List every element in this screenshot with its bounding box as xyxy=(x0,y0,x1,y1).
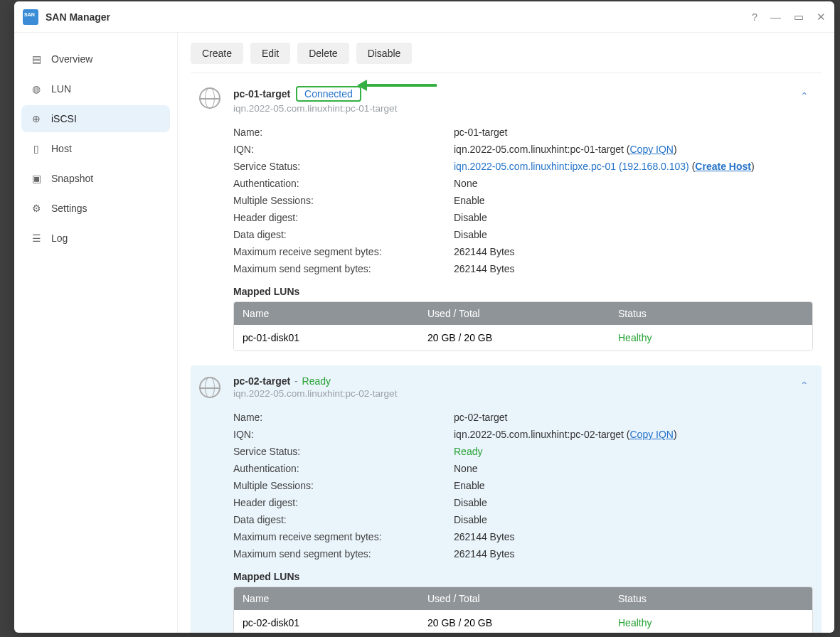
sidebar-item-snapshot[interactable]: ▣ Snapshot xyxy=(21,165,170,192)
target-panel: pc-01-target Connected iqn.2022-05.com.l… xyxy=(191,76,822,363)
dashboard-icon: ▤ xyxy=(30,53,43,65)
service-ip: (192.168.0.103) xyxy=(619,161,689,172)
mapped-luns-heading: Mapped LUNs xyxy=(233,286,813,297)
help-icon[interactable]: ? xyxy=(752,11,757,23)
lun-status: Healthy xyxy=(618,332,804,343)
sidebar-item-label: LUN xyxy=(51,83,71,95)
host-icon: ▯ xyxy=(30,142,43,155)
collapse-toggle[interactable]: ⌃ xyxy=(796,380,813,391)
camera-icon: ▣ xyxy=(30,172,43,185)
sidebar-item-settings[interactable]: ⚙ Settings xyxy=(21,195,170,222)
status-badge: Connected xyxy=(296,86,361,102)
value-max-recv: 262144 Bytes xyxy=(454,246,813,257)
col-name: Name xyxy=(243,593,427,604)
sidebar-item-label: Overview xyxy=(51,53,92,65)
label-sessions: Multiple Sessions: xyxy=(233,480,454,491)
target-iqn-sub: iqn.2022-05.com.linuxhint:pc-02-target xyxy=(233,388,796,399)
lun-table: Name Used / Total Status pc-02-disk01 20… xyxy=(233,587,813,633)
label-name: Name: xyxy=(233,127,454,138)
sidebar-item-label: Log xyxy=(51,232,68,244)
mapped-luns-heading: Mapped LUNs xyxy=(233,571,813,582)
value-service: Ready xyxy=(454,446,813,457)
label-sessions: Multiple Sessions: xyxy=(233,195,454,206)
value-sessions: Enable xyxy=(454,480,813,491)
minimize-icon[interactable]: — xyxy=(770,11,781,23)
target-iqn-sub: iqn.2022-05.com.linuxhint:pc-01-target xyxy=(233,103,796,114)
sidebar-item-iscsi[interactable]: ⊕ iSCSI xyxy=(21,105,170,132)
label-max-send: Maximum send segment bytes: xyxy=(233,263,454,274)
sidebar-item-label: Host xyxy=(51,143,72,154)
lun-used: 20 GB / 20 GB xyxy=(427,332,618,343)
col-name: Name xyxy=(243,308,427,319)
globe-icon xyxy=(199,87,220,109)
value-auth: None xyxy=(454,178,813,189)
sidebar-item-log[interactable]: ☰ Log xyxy=(21,225,170,252)
create-button[interactable]: Create xyxy=(191,43,243,64)
list-icon: ☰ xyxy=(30,232,43,245)
globe-icon: ⊕ xyxy=(30,112,43,125)
value-header-digest: Disable xyxy=(454,497,813,508)
gear-icon: ⚙ xyxy=(30,202,43,215)
value-data-digest: Disable xyxy=(454,229,813,240)
label-max-recv: Maximum receive segment bytes: xyxy=(233,531,454,542)
label-service: Service Status: xyxy=(233,161,454,172)
sidebar-item-label: Settings xyxy=(51,203,87,214)
create-host-link[interactable]: Create Host xyxy=(695,161,751,172)
globe-icon xyxy=(199,377,220,398)
lun-name: pc-01-disk01 xyxy=(243,332,427,343)
edit-button[interactable]: Edit xyxy=(250,43,290,64)
sidebar-item-lun[interactable]: ◍ LUN xyxy=(21,75,170,102)
label-iqn: IQN: xyxy=(233,429,454,440)
label-data-digest: Data digest: xyxy=(233,514,454,525)
label-iqn: IQN: xyxy=(233,144,454,155)
copy-iqn-link[interactable]: Copy IQN xyxy=(629,429,673,440)
label-data-digest: Data digest: xyxy=(233,229,454,240)
value-max-send: 262144 Bytes xyxy=(454,263,813,274)
collapse-toggle[interactable]: ⌃ xyxy=(796,90,813,102)
label-name: Name: xyxy=(233,412,454,423)
delete-button[interactable]: Delete xyxy=(297,43,349,64)
value-name: pc-02-target xyxy=(454,412,813,423)
target-name: pc-02-target xyxy=(233,375,290,387)
sidebar-item-overview[interactable]: ▤ Overview xyxy=(21,46,170,73)
service-host: iqn.2022-05.com.linuxhint:ipxe.pc-01 xyxy=(454,161,616,172)
app-title: SAN Manager xyxy=(46,11,752,23)
disk-icon: ◍ xyxy=(30,82,43,95)
label-header-digest: Header digest: xyxy=(233,497,454,508)
target-panel: pc-02-target - Ready iqn.2022-05.com.lin… xyxy=(191,365,822,633)
col-status: Status xyxy=(618,308,804,319)
sidebar: ▤ Overview ◍ LUN ⊕ iSCSI ▯ Host ▣ Snapsh… xyxy=(14,33,178,633)
close-icon[interactable]: ✕ xyxy=(817,11,826,23)
value-sessions: Enable xyxy=(454,195,813,206)
value-iqn: iqn.2022-05.com.linuxhint:pc-01-target xyxy=(454,144,624,155)
value-data-digest: Disable xyxy=(454,514,813,525)
toolbar: Create Edit Delete Disable xyxy=(191,43,822,73)
label-max-send: Maximum send segment bytes: xyxy=(233,548,454,560)
lun-status: Healthy xyxy=(618,617,804,628)
value-max-send: 262144 Bytes xyxy=(454,548,813,560)
value-name: pc-01-target xyxy=(454,127,813,138)
app-icon xyxy=(23,9,38,25)
label-max-recv: Maximum receive segment bytes: xyxy=(233,246,454,257)
sidebar-item-label: iSCSI xyxy=(51,113,77,124)
col-used: Used / Total xyxy=(427,593,618,604)
label-auth: Authentication: xyxy=(233,178,454,189)
disable-button[interactable]: Disable xyxy=(356,43,413,64)
maximize-icon[interactable]: ▭ xyxy=(794,11,804,23)
sidebar-item-label: Snapshot xyxy=(51,173,93,184)
target-name: pc-01-target xyxy=(233,88,290,100)
label-auth: Authentication: xyxy=(233,463,454,474)
sidebar-item-host[interactable]: ▯ Host xyxy=(21,135,170,162)
value-max-recv: 262144 Bytes xyxy=(454,531,813,542)
table-row[interactable]: pc-01-disk01 20 GB / 20 GB Healthy xyxy=(234,325,812,350)
label-service: Service Status: xyxy=(233,446,454,457)
value-auth: None xyxy=(454,463,813,474)
lun-used: 20 GB / 20 GB xyxy=(427,617,618,628)
value-iqn: iqn.2022-05.com.linuxhint:pc-02-target xyxy=(454,429,624,440)
table-row[interactable]: pc-02-disk01 20 GB / 20 GB Healthy xyxy=(234,610,812,633)
col-used: Used / Total xyxy=(427,308,618,319)
lun-table: Name Used / Total Status pc-01-disk01 20… xyxy=(233,301,813,351)
copy-iqn-link[interactable]: Copy IQN xyxy=(629,144,673,155)
value-header-digest: Disable xyxy=(454,212,813,223)
lun-name: pc-02-disk01 xyxy=(243,617,427,628)
